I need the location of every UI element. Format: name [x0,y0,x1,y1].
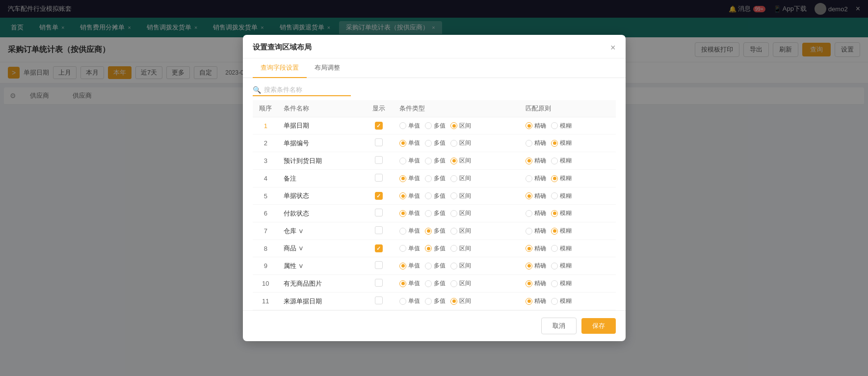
settings-dialog: 设置查询区域布局 × 查询字段设置 布局调整 🔍 顺序 [243,35,626,108]
search-input[interactable] [264,84,351,95]
dialog-table: 顺序 条件名称 显示 条件类型 匹配原则 1单据日期单值多值区间精确模糊2单据编… [253,100,616,108]
col-header-order: 顺序 [253,100,279,108]
dialog-tabs: 查询字段设置 布局调整 [243,58,626,78]
dialog-close-button[interactable]: × [610,43,616,52]
col-header-name: 条件名称 [279,100,363,108]
dialog-search-area: 🔍 [243,78,626,100]
dialog-tab-layout[interactable]: 布局调整 [307,58,348,78]
dialog-tab-query-fields[interactable]: 查询字段设置 [253,58,307,78]
dialog-header: 设置查询区域布局 × [243,35,626,58]
dialog-table-wrap: 顺序 条件名称 显示 条件类型 匹配原则 1单据日期单值多值区间精确模糊2单据编… [243,100,626,108]
search-icon: 🔍 [253,86,261,94]
dialog-title: 设置查询区域布局 [253,43,312,52]
col-header-type: 条件类型 [395,100,521,108]
modal-overlay: 设置查询区域布局 × 查询字段设置 布局调整 🔍 顺序 [0,0,868,108]
col-header-match: 匹配原则 [521,100,615,108]
search-box: 🔍 [253,84,351,96]
col-header-display: 显示 [363,100,395,108]
